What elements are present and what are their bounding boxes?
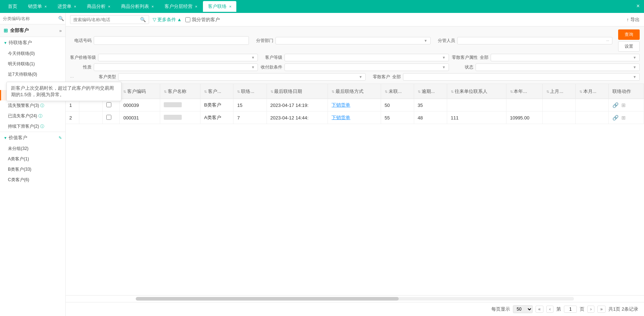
action-grid-icon-1[interactable]: ⊞ [621,102,626,108]
customer-level-select[interactable]: ▼ [284,54,449,61]
content-area: 🔍 ▽ 更多条件 ▲ 我分管的客户 ↑ 导出 电话号码 [66,13,644,316]
link-method-1[interactable]: 下销货单 [332,102,350,108]
sidebar-group-value[interactable]: ▼ 价值客户 ✎ [0,132,65,143]
dept-select[interactable]: ▼ [275,37,431,44]
retail-prefix: 全部 [392,74,401,80]
cell-type-2: A类客户 [200,112,233,124]
cell-this-year [506,99,542,112]
sidebar-item-declining[interactable]: 持续下滑客户(2) ⓘ [0,121,65,132]
retail-attr-caret: ▼ [633,56,636,60]
retail-attr-select[interactable]: ▼ [491,54,640,61]
customer-type-select[interactable]: ▼ [118,73,366,81]
nav-customer-tier[interactable]: 客户分层经营 × [159,1,202,12]
sidebar-item-churn-warning[interactable]: 流失预警客户(3) ⓘ [0,100,65,111]
cell-name-2 [160,112,200,124]
more-dots[interactable]: ··· [70,74,74,80]
nav-product-list[interactable]: 商品分析列表 × [116,1,159,12]
per-page-select[interactable]: 50 20 100 [513,305,533,313]
filter-cell-customer-level: 客户等级 ▼ [261,54,449,61]
window-close-btn[interactable]: × [636,3,640,9]
main-search-icon[interactable]: 🔍 [140,17,146,22]
cell-action-2: 🔗 ⊞ [608,112,644,124]
nav-purchase[interactable]: 进货单 × [52,1,81,12]
export-btn[interactable]: ↑ 导出 [627,16,640,23]
nav-product-analysis[interactable]: 商品分析 × [82,1,115,12]
th-this-year[interactable]: 本年... [506,84,542,99]
nav-sales[interactable]: 销货单 × [23,1,52,12]
retail-select[interactable]: ▼ [403,73,640,81]
edit-icon[interactable]: ✎ [59,136,62,140]
more-conditions-btn[interactable]: ▽ 更多条件 ▲ [153,16,182,23]
cell-last-method: 下销货单 [328,99,381,112]
th-customer-name[interactable]: 客户名称 [160,84,200,99]
main-search-input[interactable] [73,17,139,22]
settings-btn[interactable]: 设置 [618,41,640,52]
cell-contacts-2: 111 [447,112,506,124]
th-last-contact-date[interactable]: 最后联络日期 [267,84,328,99]
th-last-contact-method[interactable]: 最后联络方式 [328,84,381,99]
sidebar-item-churned[interactable]: 已流失客户(24) ⓘ [0,111,65,121]
prev-page-btn[interactable]: ‹ [546,306,553,313]
th-contact-count[interactable]: 联络... [233,84,267,99]
nav-close-customer-tier[interactable]: × [195,4,197,9]
link-method-2[interactable]: 下销货单 [332,115,350,120]
nav-close-product[interactable]: × [108,4,110,9]
th-last-month[interactable]: 上月... [542,84,575,99]
nav-close-customer-contact[interactable]: × [229,4,231,9]
sidebar-search-icon[interactable]: 🔍 [58,16,64,21]
cell-action: 🔗 ⊞ [608,99,644,112]
page-input[interactable] [564,306,577,313]
payment-select[interactable]: ▼ [284,63,449,71]
th-customer-code[interactable]: 客户编码 [120,84,160,99]
sidebar-item-today[interactable]: 今天待联络(0) [0,48,65,59]
cell-last-method-2: 下销货单 [328,112,381,124]
nav-customer-contact[interactable]: 客户联络 × [203,1,236,12]
sidebar-group-pending[interactable]: ▼ 待联络客户 [0,37,65,48]
status-select[interactable]: ▼ [476,63,640,71]
sidebar-item-ungrouped[interactable]: 未分组(32) [0,143,65,154]
sidebar-collapse-icon[interactable]: » [59,28,62,33]
cell-last-date-2: 2023-04-12 14:44: [267,112,328,124]
th-unlink-days[interactable]: 未联... [381,84,414,99]
filter-cell-phone: 电话号码 [70,36,249,45]
action-grid-icon-2[interactable]: ⊞ [621,115,626,121]
nav-close-purchase[interactable]: × [74,4,76,9]
my-customers-checkbox[interactable] [185,17,190,22]
price-level-select[interactable]: ▼ [98,54,258,61]
phone-input[interactable] [94,36,249,45]
cell-contact-count-2: 7 [233,112,267,124]
action-icons-1: 🔗 ⊞ [612,102,640,108]
horizontal-scrollbar[interactable] [136,297,574,301]
sidebar-item-classB[interactable]: B类客户(33) [0,164,65,175]
th-contacts[interactable]: 往来单位联系人 [447,84,506,99]
query-btn[interactable]: 查询 [618,29,640,40]
grid-icon: ⊞ [4,28,8,33]
nav-close-sales[interactable]: × [45,4,47,9]
next-page-btn[interactable]: › [587,306,594,313]
nature-select[interactable]: ▼ [94,63,258,71]
scroll-thumb[interactable] [136,297,399,301]
nav-home[interactable]: 首页 [3,1,22,12]
row2-checkbox[interactable] [106,115,111,120]
action-link-icon-2[interactable]: 🔗 [612,115,618,121]
last-page-btn[interactable]: » [597,306,606,313]
row1-checkbox[interactable] [106,102,111,107]
sidebar-item-7days[interactable]: 近7天待联络(0) [0,69,65,80]
sidebar-all-customers[interactable]: ⊞ 全部客户 » [0,24,65,37]
th-overdue[interactable]: 逾期... [414,84,447,99]
cell-last-month-2 [542,112,575,124]
sidebar-search-input[interactable] [3,16,57,21]
filter-cell-more: ··· [70,74,92,80]
th-this-month[interactable]: 本月... [575,84,608,99]
action-link-icon-1[interactable]: 🔗 [612,102,618,108]
sidebar-item-tomorrow[interactable]: 明天待联络(1) [0,59,65,69]
sidebar-item-classC[interactable]: C类客户(6) [0,175,65,185]
info-icon4: ⓘ [40,124,44,128]
nav-close-product-list[interactable]: × [152,4,154,9]
cell-contact-count: 15 [233,99,267,112]
my-customers-toggle[interactable]: 我分管的客户 [185,16,220,23]
person-select[interactable]: ··· [457,37,612,44]
th-customer-type[interactable]: 客户... [200,84,233,99]
sidebar-item-classA[interactable]: A类客户(1) [0,154,65,164]
first-page-btn[interactable]: « [536,306,544,313]
